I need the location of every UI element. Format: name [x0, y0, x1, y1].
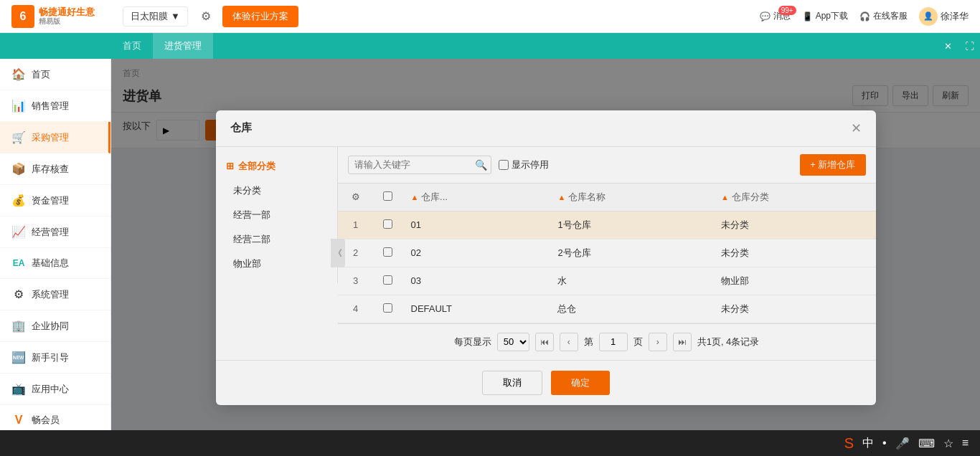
brand-sub: 精易版 [39, 17, 95, 26]
row-name: 1号仓库 [549, 211, 712, 239]
trial-btn[interactable]: 体验行业方案 [222, 6, 298, 27]
sort-icon-category: ▲ [721, 193, 729, 201]
row-name: 水 [549, 267, 712, 295]
bottom-logo-icon: S [844, 435, 854, 452]
row-category: 未分类 [712, 295, 876, 323]
bottom-star-icon[interactable]: ☆ [943, 437, 953, 450]
sidebar-item-sales[interactable]: 📊 销售管理 [0, 90, 110, 122]
row-category: 物业部 [712, 267, 876, 295]
avatar: 👤 [919, 7, 938, 26]
sidebar-item-purchase[interactable]: 🛒 采购管理 [0, 122, 110, 153]
sidebar-item-home[interactable]: 🏠 首页 [0, 59, 110, 90]
category-header: ⊞ 全部分类 [216, 154, 337, 179]
sidebar-item-inventory[interactable]: 📦 库存核查 [0, 153, 110, 185]
warehouse-table: ⚙ ▲ 仓库... ▲ 仓库名称 [338, 184, 876, 323]
bottom-icon-1[interactable]: 中 [862, 436, 874, 451]
row-checkbox [374, 295, 402, 323]
page-size-select[interactable]: 50 [497, 333, 529, 351]
apps-icon: 📺 [11, 382, 26, 396]
col-settings[interactable]: ⚙ [338, 184, 374, 212]
row-category: 未分类 [712, 239, 876, 267]
main-layout: 🏠 首页 📊 销售管理 🛒 采购管理 📦 库存核查 💰 资金管理 📈 经营管理 … [0, 59, 980, 456]
row-select-checkbox[interactable] [383, 303, 392, 313]
bottom-icon-2[interactable]: • [882, 437, 887, 450]
collapse-sidebar-btn[interactable]: 《 [331, 239, 345, 267]
nav-close-icon[interactable]: ✕ [937, 41, 959, 52]
row-num: 3 [338, 267, 374, 295]
tab-purchase[interactable]: 进货管理 [153, 33, 213, 59]
headset-icon: 🎧 [859, 11, 870, 22]
show-disabled-label[interactable]: 显示停用 [499, 158, 549, 171]
category-item-unclassified[interactable]: 未分类 [216, 179, 337, 203]
table-row[interactable]: 4 DEFAULT 总仓 未分类 [338, 295, 876, 323]
sidebar-item-basic-info[interactable]: EA 基础信息 [0, 248, 110, 279]
show-disabled-checkbox[interactable] [499, 160, 509, 170]
sidebar-item-operations[interactable]: 📈 经营管理 [0, 217, 110, 248]
confirm-btn[interactable]: 确定 [551, 371, 610, 395]
table-body: 1 01 1号仓库 未分类 2 02 [338, 211, 876, 323]
select-all-checkbox[interactable] [383, 191, 392, 201]
prev-page-btn[interactable]: ‹ [560, 333, 578, 351]
service-btn[interactable]: 🎧 在线客服 [859, 10, 908, 22]
header-right: 💬 消息 99+ 📱 App下载 🎧 在线客服 👤 徐泽华 [760, 7, 969, 26]
col-code[interactable]: ▲ 仓库... [402, 184, 550, 212]
app-download-btn[interactable]: 📱 App下载 [802, 10, 848, 22]
table-area: 🔍 显示停用 + 新增仓库 [338, 147, 876, 360]
modal-close-icon[interactable]: ✕ [851, 120, 862, 136]
table-row[interactable]: 2 02 2号仓库 未分类 [338, 239, 876, 267]
table-toolbar: 🔍 显示停用 + 新增仓库 [338, 147, 876, 184]
row-select-checkbox[interactable] [383, 275, 392, 285]
bottom-keyboard-icon[interactable]: ⌨ [918, 437, 935, 450]
sidebar-item-system[interactable]: ⚙ 系统管理 [0, 279, 110, 310]
row-code: 01 [402, 211, 550, 239]
row-select-checkbox[interactable] [383, 247, 392, 257]
message-btn[interactable]: 💬 消息 99+ [760, 10, 791, 22]
sidebar-item-apps[interactable]: 📺 应用中心 [0, 374, 110, 405]
guide-icon: 🆕 [11, 351, 26, 364]
tab-home[interactable]: 首页 [111, 33, 153, 59]
message-icon: 💬 [760, 11, 771, 22]
user-menu[interactable]: 👤 徐泽华 [919, 7, 969, 26]
next-page-btn[interactable]: › [649, 333, 667, 351]
table-row[interactable]: 1 01 1号仓库 未分类 [338, 211, 876, 239]
row-checkbox [374, 211, 402, 239]
category-sidebar-wrapper: ⊞ 全部分类 未分类 经营一部 经营二部 物业部 《 [216, 147, 338, 360]
store-selector[interactable]: 日太阳膜 ▼ [123, 6, 188, 27]
secondary-nav: 首页 进货管理 ✕ ⛶ [0, 33, 980, 59]
row-category: 未分类 [712, 211, 876, 239]
last-page-btn[interactable]: ⏭ [673, 333, 692, 351]
row-name: 总仓 [549, 295, 712, 323]
row-select-checkbox[interactable] [383, 219, 392, 229]
search-box: 🔍 [348, 156, 491, 174]
settings-icon[interactable]: ⚙ [195, 6, 217, 27]
page-number-input[interactable] [599, 333, 628, 351]
warehouse-modal: 仓库 ✕ ⊞ 全部分类 未分类 经营一部 经营 [216, 110, 876, 405]
category-item-dept2[interactable]: 经营二部 [216, 227, 337, 252]
add-warehouse-btn[interactable]: + 新增仓库 [800, 154, 865, 176]
col-category[interactable]: ▲ 仓库分类 [712, 184, 876, 212]
nav-expand-icon[interactable]: ⛶ [959, 41, 980, 52]
category-item-dept1[interactable]: 经营一部 [216, 203, 337, 227]
table-row[interactable]: 3 03 水 物业部 [338, 267, 876, 295]
content-area: 首页 进货单 打印 导出 刷新 按以下 ▶ 查询 设置 [111, 59, 980, 456]
data-table: ⚙ ▲ 仓库... ▲ 仓库名称 [338, 184, 876, 323]
sidebar-item-finance[interactable]: 💰 资金管理 [0, 185, 110, 217]
sidebar-item-enterprise[interactable]: 🏢 企业协同 [0, 310, 110, 342]
grid-icon: ⊞ [226, 161, 234, 171]
bottom-bar: S 中 • 🎤 ⌨ ☆ ≡ [0, 430, 980, 456]
search-input[interactable] [354, 159, 475, 170]
category-item-property[interactable]: 物业部 [216, 252, 337, 276]
category-sidebar: ⊞ 全部分类 未分类 经营一部 经营二部 物业部 [216, 147, 338, 283]
cancel-btn[interactable]: 取消 [482, 371, 542, 395]
col-name[interactable]: ▲ 仓库名称 [549, 184, 712, 212]
sidebar-item-guide[interactable]: 🆕 新手引导 [0, 342, 110, 374]
modal-overlay: 仓库 ✕ ⊞ 全部分类 未分类 经营一部 经营 [111, 59, 980, 456]
table-head: ⚙ ▲ 仓库... ▲ 仓库名称 [338, 184, 876, 212]
bottom-menu-icon[interactable]: ≡ [962, 437, 969, 450]
first-page-btn[interactable]: ⏮ [535, 333, 554, 351]
search-icon: 🔍 [475, 159, 487, 171]
bottom-mic-icon[interactable]: 🎤 [895, 437, 910, 450]
modal-body: ⊞ 全部分类 未分类 经营一部 经营二部 物业部 《 [216, 147, 876, 360]
pagination: 每页显示 50 ⏮ ‹ 第 页 › ⏭ 共1页, 4条记录 [338, 323, 876, 360]
top-header: 6 畅捷通好生意 精易版 日太阳膜 ▼ ⚙ 体验行业方案 💬 消息 99+ 📱 … [0, 0, 980, 33]
